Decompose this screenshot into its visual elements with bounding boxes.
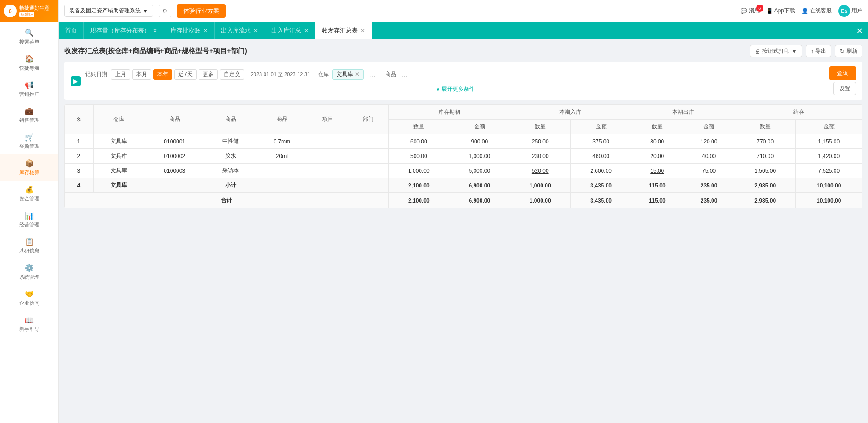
filter-this-year[interactable]: 本年 [153, 69, 172, 80]
row-begin-amount: 900.00 [449, 134, 510, 149]
message-icon: 💬 [741, 8, 747, 14]
footer-bal-amount: 10,100.00 [796, 193, 862, 208]
row-out-qty[interactable]: 20.00 [631, 149, 683, 164]
tab-inout-flow[interactable]: 出入库流水 ✕ [215, 22, 265, 39]
guide-icon: 📖 [25, 316, 34, 324]
row-project [308, 164, 348, 178]
row-bal-amount: 10,100.00 [796, 178, 862, 193]
message-btn[interactable]: 💬 消息 6 [741, 7, 760, 15]
row-goods-spec: 0.7mm [256, 134, 308, 149]
user-area[interactable]: Ea 用户 [838, 5, 862, 17]
sidebar-item-enterprise[interactable]: 🤝 企业协同 [0, 285, 58, 311]
th-out-amount: 金额 [683, 120, 735, 134]
refresh-btn[interactable]: ↻ 刷新 [835, 45, 862, 57]
row-in-qty[interactable]: 230.00 [510, 149, 570, 164]
filter-last7[interactable]: 近7天 [174, 69, 197, 80]
service-icon: 👤 [802, 8, 808, 14]
sidebar-item-basic-info[interactable]: 📋 基础信息 [0, 233, 58, 259]
system-selector[interactable]: 装备及固定资产辅助管理系统 ▼ [64, 5, 153, 17]
settings-button[interactable]: ⚙ [159, 5, 171, 17]
tab-receive-summary[interactable]: 收发存汇总表 ✕ [315, 22, 372, 39]
sidebar-item-sales[interactable]: 💼 销售管理 [0, 102, 58, 128]
export-btn[interactable]: ↑ 导出 [806, 45, 831, 57]
th-department: 部门 [348, 105, 388, 134]
sidebar-item-quick-nav[interactable]: 🏠 快捷导航 [0, 50, 58, 76]
search-menu-icon: 🔍 [25, 28, 34, 37]
th-out-qty: 数量 [631, 120, 683, 134]
row-warehouse: 文具库 [93, 134, 144, 149]
th-settings[interactable]: ⚙ [65, 105, 94, 134]
experience-btn[interactable]: 体验行业方案 [177, 4, 226, 18]
filter-collapse-btn[interactable]: ▶ [71, 76, 81, 86]
sidebar-item-search-menu[interactable]: 🔍 搜索菜单 [0, 24, 58, 50]
online-service-btn[interactable]: 👤 在线客服 [802, 7, 832, 15]
goods-more[interactable]: ... [402, 70, 408, 78]
set-btn[interactable]: 设置 [833, 82, 856, 95]
tab-inventory-dist[interactable]: 现存量（库存分布表） ✕ [84, 22, 164, 39]
tab-close-receive-summary[interactable]: ✕ [360, 27, 365, 34]
row-out-qty[interactable]: 15.00 [631, 164, 683, 178]
warehouse-more[interactable]: ... [369, 70, 375, 78]
finance-icon: 💰 [25, 185, 34, 194]
print-btn[interactable]: 🖨 按钮式打印 ▼ [750, 45, 802, 57]
warehouse-tag-remove[interactable]: ✕ [355, 71, 359, 77]
th-warehouse: 仓库 [93, 105, 144, 134]
row-in-qty[interactable]: 520.00 [510, 164, 570, 178]
filter-expand-row: ∨ 展开更多条件 [85, 85, 825, 93]
row-in-qty[interactable]: 250.00 [510, 134, 570, 149]
th-in-qty: 数量 [510, 120, 570, 134]
row-in-amount: 460.00 [570, 149, 631, 164]
filter-custom[interactable]: 自定义 [220, 69, 244, 80]
th-in-amount: 金额 [570, 120, 631, 134]
filter-main-row: ▶ 记账日期 上月 本月 本年 近7天 更多 自定义 2023-01-01 至 … [71, 66, 856, 95]
row-goods-name: 中性笔 [205, 134, 256, 149]
sidebar-item-operations[interactable]: 📊 经营管理 [0, 207, 58, 233]
table-footer: 合计 2,100.00 6,900.00 1,000.00 3,435.00 1… [65, 193, 862, 208]
divider2 [381, 71, 381, 78]
tab-inout-summary[interactable]: 出入库汇总 ✕ [265, 22, 315, 39]
tab-close-inout-summary[interactable]: ✕ [304, 27, 309, 34]
app-download-btn[interactable]: 📱 App下载 [766, 7, 795, 15]
row-begin-amount: 5,000.00 [449, 164, 510, 178]
row-warehouse: 文具库 [93, 149, 144, 164]
export-icon: ↑ [811, 48, 813, 55]
filter-controls-row1: 记账日期 上月 本月 本年 近7天 更多 自定义 2023-01-01 至 20… [85, 69, 825, 80]
expand-more-btn[interactable]: ∨ 展开更多条件 [436, 85, 475, 93]
tab-batch-ledger[interactable]: 库存批次账 ✕ [164, 22, 215, 39]
quick-nav-icon: 🏠 [25, 55, 34, 63]
inventory-icon: 📦 [25, 159, 34, 168]
tab-close-inventory-dist[interactable]: ✕ [153, 27, 157, 34]
row-begin-qty: 1,000.00 [388, 164, 449, 178]
sidebar-item-inventory[interactable]: 📦 库存核算 [0, 154, 58, 181]
tabs-close-all[interactable]: ✕ [851, 27, 868, 35]
system-icon: ⚙️ [25, 264, 34, 272]
filter-this-month[interactable]: 本月 [132, 69, 151, 80]
query-btn[interactable]: 查询 [829, 66, 856, 80]
data-table: ⚙ 仓库 商品 商品 商品 项目 部门 库存期初 本期入库 本期出库 结存 数量 [64, 104, 862, 208]
tab-close-batch-ledger[interactable]: ✕ [203, 27, 208, 34]
row-warehouse: 文具库 [93, 164, 144, 178]
sidebar-item-purchase[interactable]: 🛒 采购管理 [0, 128, 58, 154]
row-bal-qty: 2,985.00 [735, 178, 796, 193]
filter-prev-month[interactable]: 上月 [111, 69, 130, 80]
sidebar-item-guide[interactable]: 📖 新手引导 [0, 311, 58, 337]
row-out-amount: 40.00 [683, 149, 735, 164]
th-project: 项目 [308, 105, 348, 134]
footer-begin-qty: 2,100.00 [388, 193, 449, 208]
filter-right-btns: 查询 设置 [829, 66, 856, 95]
row-bal-amount: 7,525.00 [796, 164, 862, 178]
filter-more[interactable]: 更多 [199, 69, 218, 80]
row-goods-name: 胶水 [205, 149, 256, 164]
refresh-icon: ↻ [840, 48, 845, 55]
sidebar-item-marketing[interactable]: 📢 营销推广 [0, 76, 58, 102]
th-goods-code: 商品 [144, 105, 205, 134]
th-goods-spec: 商品 [256, 105, 308, 134]
tab-close-inout-flow[interactable]: ✕ [254, 27, 258, 34]
sidebar-item-finance[interactable]: 💰 资金管理 [0, 181, 58, 207]
row-out-qty[interactable]: 80.00 [631, 134, 683, 149]
sidebar-item-system[interactable]: ⚙️ 系统管理 [0, 259, 58, 285]
row-in-amount: 3,435.00 [570, 178, 631, 193]
tab-home[interactable]: 首页 [59, 22, 84, 39]
row-seq: 2 [65, 149, 94, 164]
row-bal-qty: 1,505.00 [735, 164, 796, 178]
